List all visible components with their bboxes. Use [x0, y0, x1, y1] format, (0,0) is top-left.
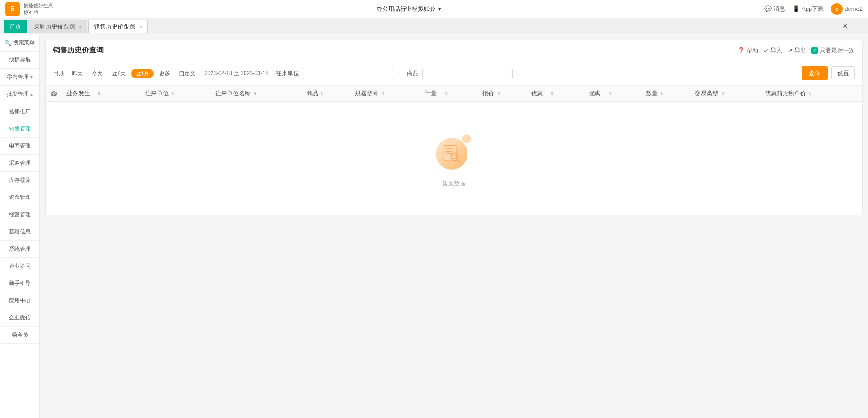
app-download-button[interactable]: 📱 App下载 [793, 5, 824, 13]
empty-state: 暂无数据 [46, 102, 862, 215]
th-discount1[interactable]: 优惠... ⇅ [527, 86, 584, 102]
chevron-up-icon: ▴ [30, 92, 33, 97]
sort-icon-pretax-price: ⇅ [808, 91, 812, 96]
sidebar-item-vip[interactable]: 畅会员 [0, 327, 39, 344]
sidebar-item-enterprise-coop[interactable]: 企业协同 [0, 258, 39, 275]
page-title-bar: 销售历史价查询 ❓ 帮助 ↙ 导入 ↗ 导出 [46, 40, 862, 61]
logo-icon: 6 [5, 2, 20, 16]
sort-icon-spec: ⇅ [381, 91, 385, 96]
message-button[interactable]: 💬 消息 [764, 5, 785, 13]
th-discount2[interactable]: 优惠... ⇅ [584, 86, 642, 102]
sort-icon-product: ⇅ [321, 91, 324, 96]
message-icon: 💬 [764, 5, 772, 12]
date-filter-group: 日期 昨天 今天 近7天 近1月 更多 自定义 2023-02-18 至 202… [53, 69, 269, 78]
download-icon: 📱 [793, 5, 800, 12]
sidebar-item-quick-nav[interactable]: 快捷导航 [0, 52, 39, 69]
export-button[interactable]: ↗ 导出 [788, 47, 806, 55]
tab-bar: 首页 采购历史价跟踪 × 销售历史价跟踪 × ✕ ⛶ [0, 18, 868, 34]
th-biz-date[interactable]: 业务发生... ⇅ [62, 86, 141, 102]
sidebar-item-marketing[interactable]: 营销推广 [0, 103, 39, 120]
page-container: 销售历史价查询 ❓ 帮助 ↙ 导入 ↗ 导出 [40, 34, 868, 418]
sidebar-item-search-menu[interactable]: 🔍 搜索菜单 [0, 34, 39, 52]
sort-icon-unit: ⇅ [444, 91, 448, 96]
date-tab-custom[interactable]: 自定义 [175, 69, 199, 78]
date-tab-last1m[interactable]: 近1月 [131, 69, 154, 78]
th-settings[interactable] [46, 86, 62, 102]
th-partner-code[interactable]: 往来单位 ⇅ [141, 86, 211, 102]
th-quantity[interactable]: 数量 ⇅ [642, 86, 690, 102]
svg-line-6 [458, 160, 460, 162]
th-quote[interactable]: 报价 ⇅ [478, 86, 527, 102]
date-label: 日期 [53, 69, 65, 77]
tab-home[interactable]: 首页 [4, 20, 27, 33]
content-area: 销售历史价查询 ❓ 帮助 ↙ 导入 ↗ 导出 [40, 34, 868, 418]
sidebar-item-system-mgmt[interactable]: 系统管理 [0, 241, 39, 258]
page-title-actions: ❓ 帮助 ↙ 导入 ↗ 导出 ✓ 只看最后一次 [737, 47, 855, 55]
chevron-down-icon: ▾ [438, 5, 441, 12]
sidebar-item-sales-mgmt[interactable]: 销售管理 [0, 120, 39, 138]
date-tabs: 昨天 今天 近7天 近1月 更多 自定义 [68, 69, 199, 78]
maximize-button[interactable]: ⛶ [854, 21, 864, 31]
product-input[interactable] [422, 68, 513, 79]
sidebar-item-finance[interactable]: 资金管理 [0, 189, 39, 206]
th-pretax-price[interactable]: 优惠前无税单价 ⇅ [760, 86, 862, 102]
th-spec[interactable]: 规格型号 ⇅ [350, 86, 420, 102]
sidebar-item-ecommerce[interactable]: 电商管理 [0, 138, 39, 155]
help-button[interactable]: ❓ 帮助 [737, 47, 758, 55]
search-icon: 🔍 [5, 40, 11, 46]
data-table: 业务发生... ⇅ 往来单位 ⇅ 往来单位名称 ⇅ [46, 86, 862, 102]
date-tab-yesterday[interactable]: 昨天 [68, 69, 86, 78]
svg-rect-1 [446, 148, 454, 149]
date-tab-more[interactable]: 更多 [156, 69, 174, 78]
tab-purchase-history-close[interactable]: × [79, 24, 81, 29]
svg-rect-2 [446, 151, 452, 152]
svg-rect-3 [446, 153, 453, 154]
sidebar: 🔍 搜索菜单 快捷导航 零售管理 ▾ 批发管理 ▴ 营销推广 销售管理 电商管理… [0, 34, 40, 418]
filter-area: 日期 昨天 今天 近7天 近1月 更多 自定义 2023-02-18 至 202… [46, 61, 862, 86]
settings-button[interactable]: 设置 [831, 66, 855, 80]
sidebar-item-retail-mgmt[interactable]: 零售管理 ▾ [0, 69, 39, 86]
close-tab-button[interactable]: ✕ [840, 21, 850, 31]
sort-icon-biz-date: ⇅ [97, 91, 101, 96]
tab-sales-history[interactable]: 销售历史价跟踪 × [88, 20, 147, 33]
user-profile[interactable]: d demo2 [831, 3, 863, 15]
sidebar-item-operations[interactable]: 经营管理 [0, 206, 39, 223]
logo-text: 畅捷信好生意 标准版 [24, 2, 53, 15]
product-dots: ... [514, 70, 519, 76]
sidebar-item-wholesale-mgmt[interactable]: 批发管理 ▴ [0, 86, 39, 103]
tab-bar-right: ✕ ⛶ [840, 21, 864, 31]
th-trade-type[interactable]: 交易类型 ⇅ [690, 86, 760, 102]
sidebar-item-guide[interactable]: 新手引导 [0, 275, 39, 292]
tab-sales-history-close[interactable]: × [139, 24, 142, 29]
date-range-display: 2023-02-18 至 2023-03-18 [204, 70, 268, 77]
chevron-down-icon: ▾ [30, 75, 33, 80]
sidebar-item-purchase-mgmt[interactable]: 采购管理 [0, 155, 39, 172]
tab-purchase-history[interactable]: 采购历史价跟踪 × [28, 20, 87, 33]
only-last-checkbox-label[interactable]: ✓ 只看最后一次 [811, 47, 855, 55]
partner-filter-group: 往来单位 ... [276, 68, 400, 79]
page-title: 销售历史价查询 [53, 46, 104, 55]
th-unit[interactable]: 计量... ⇅ [420, 86, 478, 102]
sidebar-item-app-center[interactable]: 应用中心 [0, 292, 39, 309]
date-tab-last7[interactable]: 近7天 [108, 69, 129, 78]
th-partner-name[interactable]: 往来单位名称 ⇅ [211, 86, 302, 102]
product-filter-group: 商品 ... [407, 68, 519, 79]
query-button[interactable]: 查询 [802, 66, 828, 80]
app-selector[interactable]: 办公用品行业模拟账套 ▾ [373, 3, 445, 15]
page-card: 销售历史价查询 ❓ 帮助 ↙ 导入 ↗ 导出 [45, 40, 863, 215]
sort-icon-discount1: ⇅ [550, 91, 554, 96]
logo-area: 6 畅捷信好生意 标准版 [5, 2, 53, 16]
date-tab-today[interactable]: 今天 [88, 69, 106, 78]
sort-icon-discount2: ⇅ [608, 91, 612, 96]
sidebar-item-inventory[interactable]: 库存核算 [0, 172, 39, 189]
empty-icon [436, 138, 472, 174]
partner-input[interactable] [303, 68, 393, 79]
sidebar-item-enterprise-wechat[interactable]: 企业微信 [0, 309, 39, 327]
sort-icon-trade-type: ⇅ [721, 91, 725, 96]
header-right: 💬 消息 📱 App下载 d demo2 [764, 3, 863, 15]
import-button[interactable]: ↙ 导入 [764, 47, 782, 55]
only-last-checkbox[interactable]: ✓ [811, 48, 818, 54]
th-product[interactable]: 商品 ⇅ [302, 86, 351, 102]
sidebar-item-basic-info[interactable]: 基础信息 [0, 223, 39, 241]
empty-icon-inner [436, 138, 467, 170]
